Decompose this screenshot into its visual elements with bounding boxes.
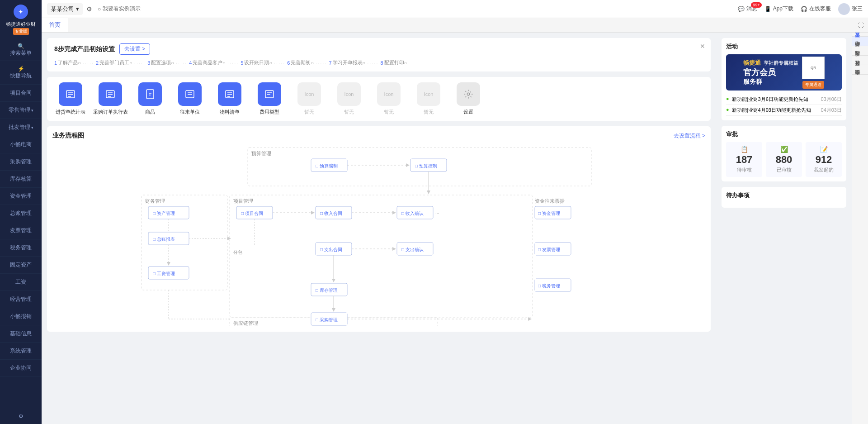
demo-text: 我要看实例演示: [103, 5, 141, 13]
setup-title-text: 8步完成产品初始设置: [54, 45, 115, 53]
setup-title-row: 8步完成产品初始设置 去设置 >: [54, 43, 703, 55]
sidebar-item-basic-info[interactable]: 基础信息: [0, 325, 42, 343]
sidebar-item-tax[interactable]: 税务管理: [0, 239, 42, 257]
settings-button[interactable]: ⚙: [86, 5, 92, 13]
tab-home[interactable]: 首页: [42, 18, 68, 32]
sidebar-item-label-8: 资金管理: [10, 192, 32, 200]
quick-item-2[interactable]: 商品: [132, 82, 168, 115]
svg-text:□ 支出确认: □ 支出确认: [401, 247, 424, 252]
go-setup-button[interactable]: 去设置 >: [119, 43, 150, 55]
quick-item-6[interactable]: Icon 暂无: [291, 82, 327, 115]
demo-icon: ○: [98, 6, 101, 12]
quick-item-4[interactable]: 物料清单: [212, 82, 248, 115]
svg-marker-61: [392, 247, 396, 251]
quick-label-4: 物料清单: [220, 109, 240, 115]
activity-banner: 畅捷通 享社群专属权益 官方会员 服务群 QR 专属通道: [726, 54, 842, 91]
approval-item-1[interactable]: ✅ 880 已审核: [766, 142, 802, 177]
step-6: 6 完善期初 ○: [287, 59, 314, 66]
sidebar-item-inventory[interactable]: 库存核算: [0, 171, 42, 188]
approval-label-0: 待审核: [728, 167, 760, 173]
quick-item-0[interactable]: 进货单统计表: [52, 82, 89, 115]
sidebar-item-invoice[interactable]: 发票管理: [0, 222, 42, 239]
banner-btn[interactable]: 专属通道: [802, 81, 824, 89]
sidebar-item-ecom[interactable]: 小畅电商: [0, 136, 42, 153]
quick-item-3[interactable]: 往来单位: [172, 82, 208, 115]
quick-item-8[interactable]: Icon 暂无: [371, 82, 407, 115]
sidebar-item-label-4: 批发管理: [9, 124, 30, 131]
approval-grid: 📋 187 待审核 ✅ 880 已审核 📝 912 我发起的: [726, 142, 842, 177]
svg-marker-73: [332, 308, 335, 312]
quick-item-7[interactable]: Icon 暂无: [331, 82, 367, 115]
svg-marker-26: [427, 191, 430, 194]
right-link-3[interactable]: 服务社区: [852, 65, 868, 74]
sidebar-item-purchase[interactable]: 采购管理: [0, 153, 42, 171]
sidebar-item-project[interactable]: 项目合同: [0, 85, 42, 102]
sidebar-item-ledger[interactable]: 总账管理: [0, 205, 42, 222]
user-menu[interactable]: 张三: [838, 3, 863, 15]
sidebar-item-label-15: 小畅报销: [10, 313, 32, 320]
sidebar-item-label-7: 库存核算: [10, 175, 32, 183]
sidebar-search[interactable]: 🔍 搜索菜单: [0, 39, 42, 61]
approval-item-0[interactable]: 📋 187 待审核: [726, 142, 762, 177]
activity-title: 活动: [726, 43, 842, 51]
sidebar-item-finance[interactable]: 资金管理: [0, 188, 42, 205]
svg-rect-8: [186, 91, 194, 98]
todo-title: 待办事项: [726, 191, 842, 200]
approval-label-2: 我发起的: [807, 167, 840, 173]
sidebar-item-salary[interactable]: 工资: [0, 274, 42, 291]
message-button[interactable]: 💬 消息 99+: [738, 5, 757, 13]
svg-rect-40: [230, 195, 533, 317]
sidebar-logo: ✦ 畅捷通好业财 专业版: [0, 0, 42, 39]
svg-text:□ 发票管理: □ 发票管理: [538, 247, 560, 252]
svg-text:□ 税务管理: □ 税务管理: [538, 283, 560, 288]
app-download-button[interactable]: 📱 App下载: [764, 5, 793, 13]
service-label: 在线客服: [809, 5, 831, 13]
setup-banner: 8步完成产品初始设置 去设置 > 1 了解产品 ○ ····· 2 完善部门员工: [47, 38, 711, 71]
banner-subtitle: 享社群专属权益: [764, 60, 798, 67]
sidebar-item-fixed-assets[interactable]: 固定资产: [0, 257, 42, 274]
expand-button[interactable]: ⛶: [854, 18, 868, 32]
sidebar-item-operations[interactable]: 经营管理: [0, 291, 42, 308]
sidebar-item-wholesale[interactable]: 批发管理 ▾: [0, 119, 42, 136]
company-selector[interactable]: 某某公司 ▾: [47, 3, 83, 15]
right-link-1[interactable]: 帮助中心: [852, 46, 868, 55]
quick-icon-0: [59, 82, 82, 106]
sidebar-item-retail[interactable]: 零售管理 ▾: [0, 102, 42, 119]
username: 张三: [852, 5, 863, 13]
quick-item-1[interactable]: 采购订单执行表: [92, 82, 128, 115]
svg-text:□ 预算编制: □ 预算编制: [316, 163, 338, 168]
flow-section: 业务流程图 去设置流程 > 预算管理 □ 预算编制: [47, 126, 711, 332]
quick-menu: 进货单统计表 采购订单执行表 商品: [47, 77, 711, 121]
sidebar-item-system[interactable]: 系统管理: [0, 343, 42, 360]
sidebar-item-enterprise[interactable]: 企业协同: [0, 360, 42, 377]
sidebar-item-expense[interactable]: 小畅报销: [0, 308, 42, 325]
quick-item-5[interactable]: 费用类型: [251, 82, 288, 115]
sidebar-item-label-5: 小畅电商: [10, 141, 32, 148]
approval-item-2[interactable]: 📝 912 我发起的: [806, 142, 842, 177]
message-icon: 💬: [738, 6, 745, 12]
main-area: 某某公司 ▾ ⚙ ○ 我要看实例演示 💬 消息 99+ 📱 App下载 🎧 在线…: [42, 0, 868, 424]
topbar: 某某公司 ▾ ⚙ ○ 我要看实例演示 💬 消息 99+ 📱 App下载 🎧 在线…: [42, 0, 868, 18]
sidebar-settings[interactable]: ⚙: [0, 409, 42, 424]
online-service-button[interactable]: 🎧 在线客服: [801, 5, 831, 13]
sidebar-item-label-17: 系统管理: [10, 347, 32, 355]
quick-item-10[interactable]: 设置: [450, 82, 486, 115]
step-2: 2 完善部门员工 ○: [96, 59, 132, 66]
topbar-right: 💬 消息 99+ 📱 App下载 🎧 在线客服 张三: [738, 3, 863, 15]
right-link-2[interactable]: 客服热线: [852, 55, 868, 65]
close-banner-button[interactable]: ✕: [700, 43, 705, 50]
flow-setup-link[interactable]: 去设置流程 >: [674, 132, 705, 140]
nav-icon: ⚡: [18, 66, 24, 72]
quick-item-9[interactable]: Icon 暂无: [410, 82, 447, 115]
demo-link[interactable]: ○ 我要看实例演示: [98, 5, 141, 13]
svg-text:预算管理: 预算管理: [251, 151, 271, 156]
right-link-0[interactable]: 首页设置: [852, 36, 868, 46]
sidebar-item-quick-nav[interactable]: ⚡ 快捷导航: [0, 61, 42, 85]
approval-card: 审批 📋 187 待审核 ✅ 880 已审核 📝 912: [722, 126, 846, 181]
banner-main-text: 官方会员: [743, 67, 798, 78]
notice-item-0: ● 新功能|业财3月6日功能更新抢先知 03月06日: [726, 94, 842, 105]
quick-icon-5: [258, 82, 281, 106]
right-link-4[interactable]: 桌面快捷: [852, 74, 868, 84]
svg-marker-77: [528, 317, 532, 321]
svg-marker-35: [167, 262, 170, 266]
